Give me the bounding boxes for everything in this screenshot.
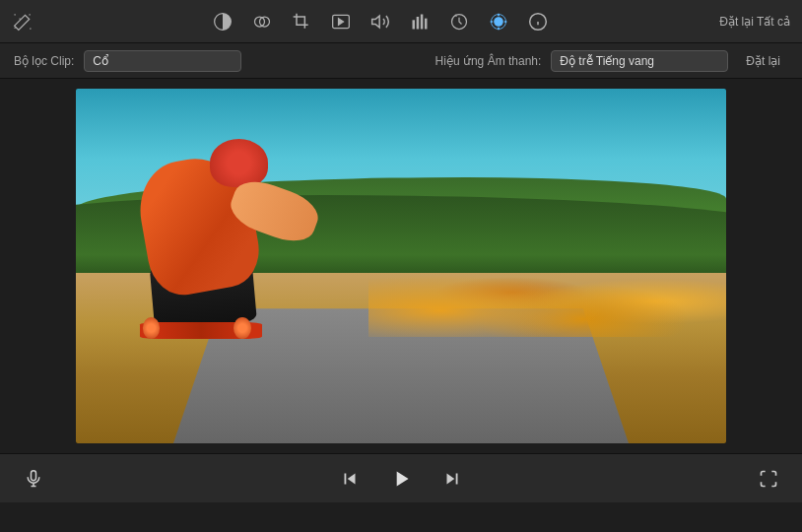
svg-rect-7 — [425, 18, 428, 29]
audio-effect-label: Hiệu ứng Âm thanh: — [435, 54, 542, 68]
wheel-right — [234, 317, 251, 339]
bottom-left-controls — [20, 465, 47, 493]
clip-filter-label: Bộ lọc Clip: — [14, 54, 74, 68]
svg-point-9 — [495, 17, 502, 25]
speed-icon[interactable] — [448, 11, 470, 33]
expand-button[interactable] — [755, 465, 782, 493]
color-balance-icon[interactable] — [212, 11, 234, 33]
eq-icon[interactable] — [409, 11, 431, 33]
video-container — [0, 79, 802, 453]
filter-bar: Bộ lọc Clip: Hiệu ứng Âm thanh: Đặt lại — [0, 43, 802, 79]
svg-rect-6 — [421, 14, 424, 29]
video-background — [76, 89, 726, 443]
previous-frame-button[interactable] — [335, 464, 365, 494]
info-icon[interactable] — [527, 11, 549, 33]
top-toolbar: Đặt lại Tất cả — [0, 0, 802, 43]
crop-icon[interactable] — [291, 11, 312, 33]
audio-icon[interactable] — [369, 11, 391, 33]
clip-filter-input[interactable] — [84, 50, 241, 72]
magic-wand-icon[interactable] — [12, 11, 33, 33]
color-correction-icon[interactable] — [251, 11, 273, 33]
video-frame — [76, 89, 726, 443]
video-overlay-icon[interactable] — [330, 11, 352, 33]
effects-icon[interactable] — [488, 11, 509, 33]
reset-button[interactable]: Đặt lại — [738, 54, 788, 68]
reset-all-button[interactable]: Đặt lại Tất cả — [719, 15, 790, 29]
microphone-button[interactable] — [20, 465, 47, 493]
svg-rect-5 — [417, 17, 420, 30]
audio-effect-input[interactable] — [551, 50, 728, 72]
bottom-controls — [0, 453, 802, 502]
toolbar-left-spacer — [12, 11, 41, 33]
toolbar-icons — [41, 11, 719, 33]
skater-helmet — [210, 139, 268, 187]
svg-rect-4 — [413, 20, 416, 29]
svg-rect-12 — [32, 470, 36, 480]
bottom-center-controls — [335, 462, 467, 496]
skater-figure — [128, 102, 421, 344]
toolbar-right: Đặt lại Tất cả — [719, 15, 790, 29]
play-button[interactable] — [384, 462, 418, 496]
flowers-layer — [368, 248, 726, 337]
bottom-right-controls — [755, 465, 782, 493]
next-frame-button[interactable] — [437, 464, 467, 494]
